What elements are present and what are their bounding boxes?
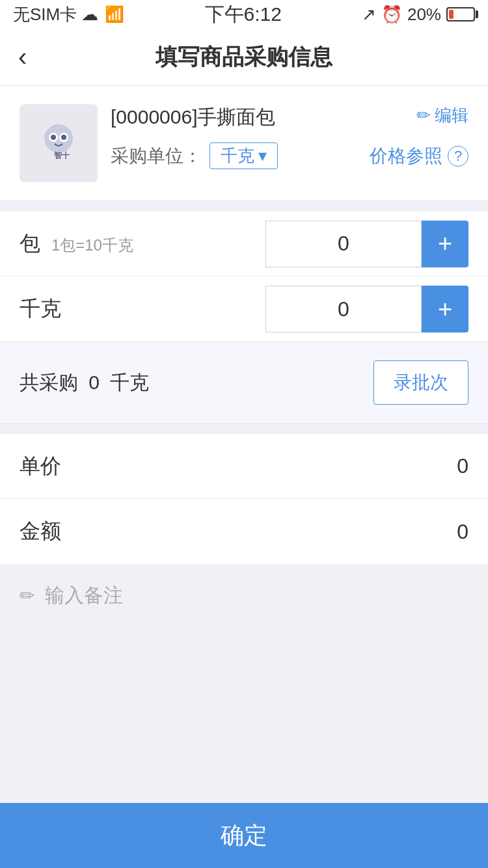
svg-text:智十: 智十 <box>53 151 70 160</box>
price-ref-link[interactable]: 价格参照 ? <box>370 144 468 169</box>
kg-row: 千克 + <box>0 277 488 342</box>
divider-2 <box>0 424 488 434</box>
edit-label: 编辑 <box>435 104 468 127</box>
notes-placeholder: 输入备注 <box>45 582 123 609</box>
kg-input[interactable] <box>265 286 422 332</box>
quantity-section: 包 1包=10千克 + 千克 + <box>0 211 488 342</box>
nav-bar: ‹ 填写商品采购信息 <box>0 29 488 86</box>
wifi-icon: 📶 <box>105 5 124 23</box>
alarm-icon: ⏰ <box>381 5 402 25</box>
unit-price-row: 单价 0 <box>0 434 488 499</box>
divider-1 <box>0 201 488 211</box>
status-bar: 无SIM卡 ☁ 📶 下午6:12 ↗ ⏰ 20% <box>0 0 488 29</box>
dropdown-arrow: ▾ <box>258 146 267 166</box>
product-name: [0000006]手撕面包 <box>111 104 275 131</box>
bao-plus-button[interactable]: + <box>422 221 468 267</box>
product-card: 智十 [0000006]手撕面包 ✏ 编辑 采购单位： 千克 ▾ 价格参照 ? <box>0 86 488 201</box>
price-section: 单价 0 金额 0 <box>0 434 488 564</box>
battery-percent: 20% <box>407 5 441 25</box>
summary-text: 共采购 0 千克 <box>20 370 149 396</box>
location-icon: ↗ <box>362 5 376 25</box>
bao-input[interactable] <box>265 221 422 267</box>
unit-price-label: 单价 <box>20 452 61 481</box>
unit-value: 千克 <box>221 144 254 167</box>
product-top-row: [0000006]手撕面包 ✏ 编辑 <box>111 104 468 131</box>
edit-icon: ✏ <box>416 105 431 126</box>
unit-dropdown[interactable]: 千克 ▾ <box>210 142 278 169</box>
batch-button[interactable]: 录批次 <box>373 360 468 405</box>
kg-plus-button[interactable]: + <box>422 286 468 332</box>
battery-icon <box>446 7 475 21</box>
summary-amount: 0 <box>88 372 100 393</box>
bao-label-text: 包 <box>20 232 40 255</box>
sim-status: 无SIM卡 ☁ <box>13 3 98 26</box>
summary-row: 共采购 0 千克 录批次 <box>0 342 488 424</box>
back-button[interactable]: ‹ <box>18 42 27 72</box>
kg-label: 千克 <box>20 295 111 323</box>
unit-price-value: 0 <box>457 454 468 478</box>
bao-row: 包 1包=10千克 + <box>0 211 488 277</box>
edit-link[interactable]: ✏ 编辑 <box>416 104 468 127</box>
confirm-button[interactable]: 确定 <box>0 803 488 868</box>
unit-label: 采购单位： <box>111 144 202 169</box>
status-left: 无SIM卡 ☁ 📶 <box>13 3 124 26</box>
bao-sublabel: 1包=10千克 <box>51 236 133 254</box>
bao-controls: + <box>265 221 468 267</box>
amount-label: 金额 <box>20 517 61 546</box>
svg-point-4 <box>61 135 66 140</box>
product-bottom-row: 采购单位： 千克 ▾ 价格参照 ? <box>111 142 468 169</box>
amount-value: 0 <box>457 520 468 544</box>
status-time: 下午6:12 <box>205 1 282 28</box>
product-image: 智十 <box>20 104 98 182</box>
status-right: ↗ ⏰ 20% <box>362 5 475 25</box>
page-title: 填写商品采购信息 <box>156 42 332 72</box>
pencil-icon: ✏ <box>20 585 34 606</box>
bao-label: 包 1包=10千克 <box>20 230 133 258</box>
product-info: [0000006]手撕面包 ✏ 编辑 采购单位： 千克 ▾ 价格参照 ? <box>111 104 468 169</box>
amount-row: 金额 0 <box>0 499 488 564</box>
summary-prefix: 共采购 <box>20 372 78 393</box>
content-spacer <box>0 627 488 809</box>
kg-controls: + <box>265 286 468 332</box>
price-ref-help-icon: ? <box>448 146 468 167</box>
product-thumbnail: 智十 <box>36 120 81 166</box>
svg-point-3 <box>51 135 56 140</box>
price-ref-label: 价格参照 <box>370 144 442 169</box>
summary-unit: 千克 <box>110 372 149 393</box>
svg-point-0 <box>44 124 73 153</box>
battery-fill <box>449 10 454 19</box>
confirm-label: 确定 <box>221 820 267 852</box>
unit-row: 采购单位： 千克 ▾ <box>111 142 278 169</box>
notes-section[interactable]: ✏ 输入备注 <box>0 564 488 627</box>
